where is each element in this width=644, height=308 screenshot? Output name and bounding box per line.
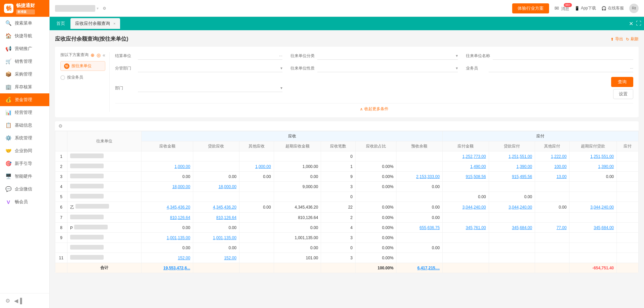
add-icon[interactable]: ⊕ <box>91 52 95 58</box>
radio-icon <box>60 75 65 80</box>
row-5-col-10[interactable]: 3,044,240.00 <box>570 202 617 213</box>
row-5-col-7[interactable]: 3,044,240.00 <box>442 202 489 213</box>
row-9-col-0: 0.00 <box>142 243 193 253</box>
table-scroll[interactable]: 往来单位 应收 应付 应收金额 贷款应收 其他应收 超期应收金额 应收笔数 应收… <box>55 131 639 273</box>
message-badge: 99+ <box>564 3 572 7</box>
topbar-settings-icon[interactable]: ⚙ <box>103 6 106 11</box>
row-7-col-10[interactable]: 345,684.00 <box>570 223 617 233</box>
row-7-col-8[interactable]: 345,684.00 <box>489 223 535 233</box>
row-1-col-9[interactable]: 100.00 <box>535 162 570 172</box>
filter-label-wanglai-nature: 往来单位性质 <box>290 65 315 71</box>
row-9-col-2 <box>239 243 274 253</box>
col-ar-loan: 贷款应收 <box>193 141 239 151</box>
app-download-btn[interactable]: 📱 App下载 <box>575 5 596 11</box>
row-8-col-0[interactable]: 1,001,135.00 <box>142 233 193 243</box>
row-0-col-9[interactable]: 1,222.00 <box>535 151 570 162</box>
col-ar-other: 其他应收 <box>239 141 274 151</box>
sidebar-item-sales[interactable]: 🛒 销售管理 <box>0 55 49 68</box>
chevron-fenguan[interactable]: ▾ <box>280 66 282 71</box>
sidebar-item-guide[interactable]: 🎯 新手引导 <box>0 157 49 170</box>
filter-collapse-icon[interactable]: « <box>103 52 105 58</box>
sidebar-item-operations[interactable]: 📊 经营管理 <box>0 106 49 119</box>
export-btn[interactable]: ⬆ 导出 <box>610 36 623 42</box>
sidebar-item-marketing[interactable]: 📢 营销推广 <box>0 42 49 55</box>
filter-scheme-by-unit[interactable]: 畅 按往来单位 <box>60 61 105 71</box>
sidebar-item-finance[interactable]: 💰 资金管理 <box>0 93 49 106</box>
row-1-col-0[interactable]: 1,000.00 <box>142 162 193 172</box>
row-8-col-7 <box>442 233 489 243</box>
total-advance[interactable]: 6,417,215.... <box>396 263 443 273</box>
row-1-col-10[interactable]: 1,390.00 <box>570 162 617 172</box>
sidebar-settings-icon[interactable]: ⚙ <box>5 298 10 304</box>
sidebar-item-system[interactable]: ⚙️ 系统管理 <box>0 132 49 144</box>
table-settings-icon[interactable]: ⚙ <box>58 123 63 129</box>
service-btn[interactable]: 🎧 在线客服 <box>601 5 624 11</box>
sidebar-item-basic-info[interactable]: 📋 基础信息 <box>0 119 49 132</box>
row-5-col-1[interactable]: 4,345,436.20 <box>193 202 239 213</box>
row-3-col-1[interactable]: 18,000.00 <box>193 182 239 192</box>
basic-info-icon: 📋 <box>5 122 11 128</box>
chevron-dept[interactable]: ▾ <box>280 86 282 90</box>
ellipsis-jiesuan[interactable]: ··· <box>279 53 282 58</box>
tabbar-close-icon[interactable]: ✕ <box>629 20 633 27</box>
tab-home[interactable]: 首页 <box>52 18 69 29</box>
row-2-col-8[interactable]: 915,495.56 <box>489 172 535 182</box>
sidebar-item-search[interactable]: 🔍 搜索菜单 <box>0 17 49 30</box>
row-6-col-1[interactable]: 810,126.64 <box>193 213 239 223</box>
sidebar-collapse-icon[interactable]: ◀▐ <box>14 298 22 304</box>
tab-ar-balance[interactable]: 应收应付余额查询 × <box>70 18 120 29</box>
tab-close-icon[interactable]: × <box>113 21 115 26</box>
row-10-col-0[interactable]: 152.00 <box>142 253 193 263</box>
sidebar-item-purchase[interactable]: 📦 采购管理 <box>0 68 49 81</box>
row-0-col-10[interactable]: 1,251,551.00 <box>570 151 617 162</box>
row-1-col-7[interactable]: 1,490.00 <box>442 162 489 172</box>
row-1-col-2[interactable]: 1,000.00 <box>239 162 274 172</box>
row-5-col-11 <box>617 202 639 213</box>
row-2-col-9[interactable]: 13.00 <box>535 172 570 182</box>
chevron-wanglai-cat[interactable]: ▾ <box>456 53 458 58</box>
sidebar-item-hardware[interactable]: 🖥️ 智能硬件 <box>0 170 49 183</box>
row-7-col-7[interactable]: 345,761.00 <box>442 223 489 233</box>
col-ap-amount: 应付金额 <box>442 141 489 151</box>
user-avatar[interactable]: Rit <box>629 4 639 13</box>
chevron-wanglai-nature[interactable]: ▾ <box>456 66 458 71</box>
sidebar-item-enterprise[interactable]: 🤝 企业协同 <box>0 144 49 157</box>
table-row: 0.000.000.0000.00%0.00 <box>55 243 639 253</box>
sidebar-item-member[interactable]: V 畅会员 <box>0 195 49 208</box>
tabbar-expand-icon[interactable]: ⛶ <box>636 20 641 27</box>
row-10-col-1[interactable]: 152.00 <box>193 253 239 263</box>
row-7-col-11 <box>617 223 639 233</box>
row-7-col-9[interactable]: 77.00 <box>535 223 570 233</box>
setting-btn[interactable]: 设置 <box>613 89 633 99</box>
row-6-col-0[interactable]: 810,126.64 <box>142 213 193 223</box>
filter-row-fenguan: 分管部门 ▾ <box>115 64 282 72</box>
refresh-btn[interactable]: ↻ 刷新 <box>626 36 639 42</box>
wanglai-name-input[interactable] <box>493 52 633 60</box>
row-0-col-7[interactable]: 1,252,773.00 <box>442 151 489 162</box>
row-4-col-8: 0.00 <box>489 192 535 202</box>
sidebar-item-wechat[interactable]: 💬 企业微信 <box>0 183 49 195</box>
query-btn[interactable]: 查询 <box>611 77 633 87</box>
collapse-btn[interactable]: ∧ 收起更多条件 <box>115 103 633 112</box>
row-2-col-7[interactable]: 915,508.56 <box>442 172 489 182</box>
message-icon-wrapper[interactable]: ✉ 99+ 消息 <box>554 5 569 12</box>
row-1-col-1 <box>193 162 239 172</box>
hardware-icon: 🖥️ <box>5 173 11 179</box>
row-3-col-0[interactable]: 18,000.00 <box>142 182 193 192</box>
row-7-col-6[interactable]: 655,636.75 <box>396 223 443 233</box>
row-1-col-8[interactable]: 1,390.00 <box>489 162 535 172</box>
total-ar[interactable]: 19,553,472,6... <box>142 263 193 273</box>
filter-scheme-by-salesman[interactable]: 按业务员 <box>60 73 105 82</box>
row-0-col-8[interactable]: 1,251,551.00 <box>489 151 535 162</box>
sidebar-item-quick-nav[interactable]: 🏠 快捷导航 <box>0 30 49 42</box>
filter-settings-icon[interactable]: ◎ <box>97 52 101 58</box>
row-5-col-0[interactable]: 4,345,436.20 <box>142 202 193 213</box>
solution-btn[interactable]: 体验行业方案 <box>512 3 549 13</box>
row-2-col-6[interactable]: 2,153,333.00 <box>396 172 443 182</box>
sidebar-item-inventory[interactable]: 🏢 库存核算 <box>0 81 49 93</box>
row-8-col-1[interactable]: 1,001,135.00 <box>193 233 239 243</box>
ellipsis-salesman[interactable]: ··· <box>630 66 633 71</box>
export-icon: ⬆ <box>610 37 614 42</box>
sidebar-item-purchase-label: 采购管理 <box>15 71 32 77</box>
row-5-col-8[interactable]: 3,044,240.00 <box>489 202 535 213</box>
